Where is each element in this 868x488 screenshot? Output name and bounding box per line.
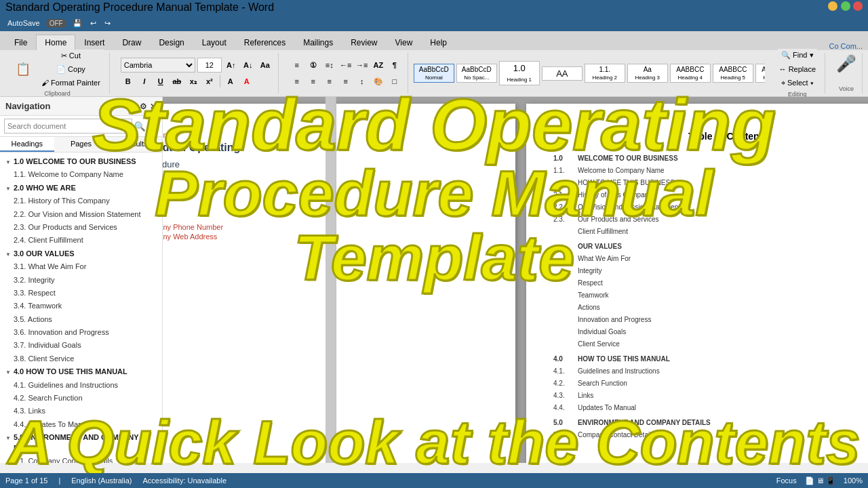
nav-item-33[interactable]: 3.3. Respect [0, 287, 162, 300]
nav-item-30[interactable]: ▼3.0 OUR VALUES [0, 247, 162, 260]
nav-item-41[interactable]: 4.1. Guidelines and Instructions [0, 379, 162, 392]
maximize-button[interactable] [841, 1, 850, 11]
subscript-button[interactable]: x₂ [186, 74, 201, 89]
sort-button[interactable]: AZ [371, 58, 386, 73]
italic-button[interactable]: I [137, 74, 152, 89]
decrease-indent-button[interactable]: ←≡ [338, 58, 353, 73]
font-select[interactable]: Cambria [121, 58, 195, 73]
format-painter-button[interactable]: 🖌 Format Painter [38, 77, 104, 89]
clipboard-label: Clipboard [44, 90, 71, 97]
borders-button[interactable]: □ [387, 74, 402, 89]
tab-design[interactable]: Design [150, 35, 193, 50]
nav-item-31[interactable]: 3.1. What We Aim For [0, 260, 162, 273]
toc-row: Respect…12 [553, 277, 868, 289]
tab-home[interactable]: Home [36, 35, 75, 50]
nav-item-20[interactable]: ▼2.0 WHO WE ARE [0, 182, 162, 195]
bold-button[interactable]: B [121, 74, 136, 89]
align-left-button[interactable]: ≡ [290, 74, 304, 89]
font-size-input[interactable] [197, 58, 222, 73]
nav-item-11[interactable]: 1.1. Welcome to Company Name [0, 168, 162, 181]
style-aa[interactable]: AA [542, 66, 583, 81]
style-heading3[interactable]: AaHeading 3 [627, 64, 668, 83]
undo-icon[interactable]: ↩ [88, 19, 98, 28]
toc-page: Table of Contents 1.0WELCOME TO OUR BUSI… [526, 104, 868, 463]
replace-button[interactable]: ↔ Replace [776, 63, 819, 75]
tab-file[interactable]: File [5, 35, 36, 50]
tab-insert[interactable]: Insert [75, 35, 113, 50]
nav-tab-pages[interactable]: Pages [54, 137, 108, 152]
justify-button[interactable]: ≡ [338, 74, 353, 89]
search-input[interactable] [4, 119, 132, 134]
shading-button[interactable]: 🎨 [371, 74, 386, 89]
tab-view[interactable]: View [387, 35, 422, 50]
search-dropdown-button[interactable]: ▼ [147, 119, 158, 134]
font-color-button[interactable]: A [239, 74, 254, 89]
cut-button[interactable]: ✂ Cut [38, 49, 104, 62]
nav-item-37[interactable]: 3.7. Individual Goals [0, 339, 162, 352]
style-heading2[interactable]: 1.1.Heading 2 [585, 64, 625, 83]
nav-item-38[interactable]: 3.8. Client Service [0, 352, 162, 365]
style-heading4[interactable]: AABBCCHeading 4 [670, 64, 711, 83]
zoom-control[interactable]: 100% [844, 476, 863, 485]
select-button[interactable]: ⌖ Select ▾ [778, 77, 817, 89]
style-heading5[interactable]: AABBCCHeading 5 [713, 64, 753, 83]
close-button[interactable] [853, 1, 863, 11]
nav-close-icon[interactable]: ✕ [150, 102, 157, 111]
underline-button[interactable]: U [153, 74, 168, 89]
style-heading1[interactable]: 1.0Heading 1 [499, 61, 540, 85]
nav-item-40[interactable]: ▼4.0 HOW TO USE THIS MANUAL [0, 365, 162, 378]
shrink-font-button[interactable]: A↓ [241, 58, 256, 73]
nav-item-23[interactable]: 2.3. Our Products and Services [0, 221, 162, 234]
search-button[interactable]: 🔍 [132, 119, 147, 134]
save-icon[interactable]: 💾 [71, 19, 84, 28]
bullets-button[interactable]: ≡ [290, 58, 304, 73]
document-area[interactable]: Company Standard Operating Procedure Tem… [163, 97, 868, 463]
tab-help[interactable]: Help [421, 35, 456, 50]
clear-format-button[interactable]: Aa [258, 58, 273, 73]
nav-item-42[interactable]: 4.2. Search Function [0, 392, 162, 405]
minimize-button[interactable] [828, 1, 837, 11]
tab-draw[interactable]: Draw [113, 35, 150, 50]
align-center-button[interactable]: ≡ [306, 74, 321, 89]
highlight-button[interactable]: A [223, 74, 238, 89]
strikethrough-button[interactable]: ab [170, 74, 184, 89]
nav-item-10[interactable]: ▼1.0 WELCOME TO OUR BUSINESS [0, 155, 162, 168]
style-no-spacing[interactable]: AaBbCcDNo Spac... [456, 64, 497, 83]
tab-layout[interactable]: Layout [193, 35, 235, 50]
nav-settings-icon[interactable]: ⚙ [140, 102, 147, 111]
style-normal[interactable]: AaBbCcDNormal [414, 64, 454, 83]
nav-tab-results[interactable]: Results [108, 137, 162, 152]
nav-item-21[interactable]: 2.1. History of This Company [0, 195, 162, 207]
focus-mode[interactable]: Focus [776, 476, 797, 485]
multilevel-button[interactable]: ≡↕ [322, 58, 337, 73]
nav-item-35[interactable]: 3.5. Actions [0, 313, 162, 326]
increase-indent-button[interactable]: →≡ [355, 58, 370, 73]
nav-item-34[interactable]: 3.4. Teamwork [0, 300, 162, 312]
show-marks-button[interactable]: ¶ [387, 58, 402, 73]
tab-references[interactable]: References [235, 35, 294, 50]
nav-item-44[interactable]: 4.4. Updates To Manual [0, 418, 162, 431]
tab-review[interactable]: Review [342, 35, 386, 50]
status-right: Focus 📄 🖥 📱 100% [776, 476, 863, 485]
style-heading6[interactable]: AABBCCHeading 6 [755, 64, 765, 83]
nav-item-43[interactable]: 4.3. Links [0, 405, 162, 418]
nav-search-area: 🔍 ▼ [0, 116, 162, 137]
line-spacing-button[interactable]: ↕ [355, 74, 370, 89]
tab-mailings[interactable]: Mailings [294, 35, 342, 50]
redo-icon[interactable]: ↪ [102, 19, 113, 28]
autosave-toggle[interactable]: OFF [46, 19, 66, 28]
nav-tab-headings[interactable]: Headings [0, 137, 54, 152]
find-button[interactable]: 🔍 Find ▾ [778, 49, 817, 62]
nav-item-22[interactable]: 2.2. Our Vision and Mission Statement [0, 208, 162, 221]
superscript-button[interactable]: x² [202, 74, 217, 89]
paste-button[interactable]: 📋 [11, 60, 35, 79]
nav-item-24[interactable]: 2.4. Client Fulfillment [0, 234, 162, 247]
nav-item-36[interactable]: 3.6. Innovation and Progress [0, 326, 162, 339]
nav-item-32[interactable]: 3.2. Integrity [0, 274, 162, 287]
nav-item-51[interactable]: 5.1. Company Contact Details [0, 455, 162, 463]
align-right-button[interactable]: ≡ [322, 74, 337, 89]
copy-button[interactable]: 📄 Copy [38, 63, 104, 76]
grow-font-button[interactable]: A↑ [224, 58, 239, 73]
numbering-button[interactable]: ① [306, 58, 321, 73]
nav-item-50[interactable]: ▼5.0 ENVIRONMENT AND COMPANY DETAILS [0, 431, 162, 455]
